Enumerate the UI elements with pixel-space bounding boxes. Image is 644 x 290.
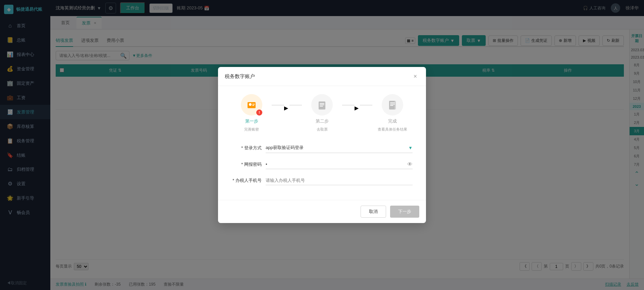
step-2-desc: 去取票	[317, 127, 328, 132]
login-method-row: * 登录方式 app获取验证码登录 ▼	[231, 143, 413, 153]
password-toggle-icon[interactable]: 👁	[407, 161, 413, 167]
svg-rect-4	[252, 105, 254, 106]
svg-rect-8	[320, 104, 324, 105]
phone-row: * 办税人手机号	[231, 176, 413, 185]
step-1-desc: 完善账密	[244, 127, 259, 132]
steps-indicator: ! 第一步 完善账密 ▶	[231, 94, 413, 132]
step-2-label: 第二步	[316, 118, 329, 124]
phone-input[interactable]	[266, 176, 413, 185]
login-method-select[interactable]: app获取验证码登录 ▼	[266, 143, 413, 153]
step-2: 第二步 去取票	[302, 94, 342, 132]
password-input-wrap: 👁	[266, 160, 413, 169]
svg-rect-13	[390, 104, 395, 104]
svg-rect-6	[319, 101, 325, 110]
step-3: 完成 查看具体任务结果	[372, 94, 413, 132]
step-connector-4	[360, 105, 372, 105]
step-2-icon-wrap	[311, 94, 333, 116]
step-3-svg	[386, 98, 399, 112]
login-method-label: * 登录方式	[231, 145, 262, 151]
step-1-svg	[245, 98, 258, 112]
step-1-label: 第一步	[245, 118, 258, 124]
phone-input-wrap	[266, 176, 413, 185]
phone-label: * 办税人手机号	[231, 177, 262, 184]
step-1-badge: !	[256, 110, 262, 116]
arrow-1: ▶	[284, 105, 289, 105]
password-label: * 网报密码	[231, 161, 262, 167]
svg-rect-14	[390, 105, 393, 106]
step-2-icon	[311, 94, 333, 116]
modal-body: ! 第一步 完善账密 ▶	[218, 86, 426, 200]
step-connector-3	[342, 105, 355, 105]
password-input[interactable]	[266, 160, 413, 169]
modal-overlay: 税务数字账户 ×	[0, 0, 644, 290]
modal-close-button[interactable]: ×	[411, 72, 419, 80]
step-3-desc: 查看具体任务结果	[378, 127, 407, 132]
next-button[interactable]: 下一步	[390, 206, 419, 218]
select-arrow-icon: ▼	[408, 145, 413, 150]
step-1: ! 第一步 完善账密	[231, 94, 272, 132]
modal-footer: 取消 下一步	[218, 200, 426, 223]
modal-title: 税务数字账户	[225, 73, 255, 80]
svg-rect-1	[248, 102, 256, 108]
cancel-button[interactable]: 取消	[361, 206, 386, 218]
svg-rect-7	[320, 103, 324, 104]
arrow-2: ▶	[355, 105, 360, 105]
step-connector-1	[272, 105, 284, 105]
svg-rect-3	[252, 104, 255, 104]
step-2-svg	[315, 98, 329, 112]
step-3-icon-wrap	[382, 94, 403, 116]
svg-rect-9	[320, 106, 323, 106]
tax-digital-modal: 税务数字账户 ×	[218, 67, 426, 223]
step-connector-2	[289, 105, 302, 105]
password-row: * 网报密码 👁	[231, 160, 413, 169]
step-3-label: 完成	[388, 118, 397, 124]
step-3-icon	[382, 94, 403, 116]
svg-rect-12	[390, 102, 395, 103]
step-1-icon-wrap: !	[241, 94, 262, 116]
modal-header: 税务数字账户 ×	[218, 67, 426, 86]
svg-point-2	[249, 103, 252, 106]
